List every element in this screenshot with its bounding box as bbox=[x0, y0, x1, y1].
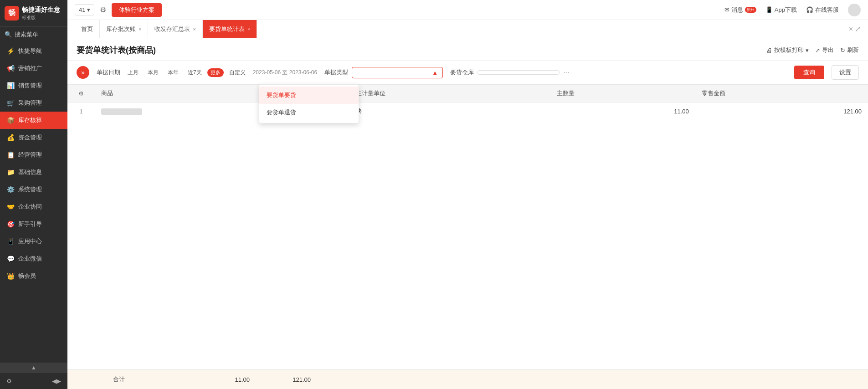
more-filters-icon[interactable]: ··· bbox=[563, 68, 569, 77]
type-select-chevron-icon: ▲ bbox=[432, 69, 438, 76]
settings-button[interactable]: 设置 bbox=[832, 65, 859, 80]
sidebar-item-marketing[interactable]: 📢 营销推广 bbox=[0, 60, 67, 77]
sidebar-item-appstore[interactable]: 📱 应用中心 bbox=[0, 233, 67, 250]
warehouse-filter-group: 要货仓库 ··· bbox=[450, 68, 569, 77]
sidebar-nav: 📢 营销推广 📊 销售管理 🛒 采购管理 📦 库存核算 💰 资金管理 📋 经营管… bbox=[0, 60, 67, 363]
export-btn[interactable]: ↗ 导出 bbox=[815, 46, 834, 54]
tab-expand-icon[interactable]: ⤢ bbox=[855, 25, 861, 33]
sidebar-item-quicknav[interactable]: ⚡ 快捷导航 bbox=[0, 42, 67, 60]
brand-text: 畅捷通好生意 标准版 bbox=[22, 5, 60, 21]
warehouse-filter-select[interactable] bbox=[478, 70, 560, 75]
tab-bar: 首页 库存批次账 × 收发存汇总表 × 要货单统计表 × × ⤢ bbox=[67, 20, 868, 38]
page-actions: 🖨 按模板打印 ▾ ↗ 导出 ↻ 刷新 bbox=[766, 46, 859, 54]
enterprise-icon: 🤝 bbox=[6, 203, 15, 210]
total-row: 合计 11.00 121.00 bbox=[67, 369, 868, 389]
sidebar-item-wechat[interactable]: 💬 企业微信 bbox=[0, 250, 67, 267]
tab-bar-right: × ⤢ bbox=[849, 25, 861, 33]
sidebar-item-finance[interactable]: 💰 资金管理 bbox=[0, 129, 67, 146]
content-area: 要货单统计表(按商品) 🖨 按模板打印 ▾ ↗ 导出 ↻ 刷新 bbox=[67, 38, 868, 369]
refresh-icon: ↻ bbox=[840, 47, 845, 54]
tab-receipts[interactable]: 收发存汇总表 × bbox=[148, 20, 202, 38]
header-right: ✉ 消息 99+ 📱 App下载 🎧 在线客服 bbox=[724, 4, 861, 16]
sidebar-item-operation[interactable]: 📋 经营管理 bbox=[0, 146, 67, 164]
type-filter-label: 单据类型 bbox=[324, 68, 348, 77]
store-selector[interactable]: 41 ▾ bbox=[75, 4, 94, 15]
tab-close-all-icon[interactable]: × bbox=[849, 25, 853, 33]
finance-icon: 💰 bbox=[6, 134, 15, 141]
date-tab-week7[interactable]: 近7天 bbox=[184, 67, 205, 78]
basic-icon: 📁 bbox=[6, 169, 15, 176]
footer-collapse-icon[interactable]: ◀▶ bbox=[52, 378, 61, 384]
refresh-btn[interactable]: ↻ 刷新 bbox=[840, 46, 859, 54]
sidebar-search-menu[interactable]: 🔍 搜索菜单 bbox=[0, 27, 67, 42]
sidebar-item-member[interactable]: 👑 畅会员 bbox=[0, 267, 67, 285]
app-download-action[interactable]: 📱 App下载 bbox=[765, 6, 797, 14]
row-qty: 11.00 bbox=[550, 102, 695, 120]
sidebar-item-guide[interactable]: 🎯 新手引导 bbox=[0, 215, 67, 233]
user-avatar[interactable] bbox=[848, 4, 861, 16]
sidebar-item-enterprise[interactable]: 🤝 企业协同 bbox=[0, 198, 67, 215]
total-amount: 121.00 bbox=[256, 376, 311, 383]
filter-expand-toggle[interactable]: » bbox=[77, 66, 89, 79]
purchase-icon: 🛒 bbox=[6, 99, 15, 107]
page-title-bar: 要货单统计表(按商品) 🖨 按模板打印 ▾ ↗ 导出 ↻ 刷新 bbox=[67, 38, 868, 60]
date-tab-prev[interactable]: 上月 bbox=[124, 67, 142, 78]
table-header-unit: 主计量单位 bbox=[349, 85, 550, 102]
date-tab-more[interactable]: 更多 bbox=[207, 68, 224, 77]
messages-badge: 99+ bbox=[745, 7, 756, 13]
online-service-action[interactable]: 🎧 在线客服 bbox=[806, 6, 839, 14]
print-template-btn[interactable]: 🖨 按模板打印 ▾ bbox=[766, 46, 809, 54]
date-tabs: 上月 本月 本年 近7天 更多 自定义 bbox=[124, 67, 249, 78]
tab-batch[interactable]: 库存批次账 × bbox=[100, 20, 148, 38]
total-label: 合计 bbox=[77, 375, 204, 384]
tab-home[interactable]: 首页 bbox=[75, 20, 100, 38]
sidebar-item-sales[interactable]: 📊 销售管理 bbox=[0, 77, 67, 94]
system-icon: ⚙️ bbox=[6, 186, 15, 193]
trial-button[interactable]: 体验行业方案 bbox=[112, 3, 162, 17]
row-num: 1 bbox=[67, 102, 95, 120]
type-filter-select[interactable]: ▲ bbox=[352, 67, 443, 78]
total-qty: 11.00 bbox=[204, 376, 250, 383]
wechat-icon: 💬 bbox=[6, 255, 15, 262]
dropdown-item-order-return[interactable]: 要货单退货 bbox=[259, 104, 359, 121]
table-container: ⚙ 商品 主计量单位 主数量 零售金额 1 bbox=[67, 84, 868, 120]
tab-close-order-stats[interactable]: × bbox=[247, 26, 250, 32]
filter-bar: » 单据日期 上月 本月 本年 近7天 更多 自定义 2023-05-06 至 … bbox=[67, 60, 868, 84]
header-settings-icon[interactable]: ⚙ bbox=[100, 5, 106, 14]
row-unit: 块 bbox=[349, 102, 550, 120]
sidebar-item-basic[interactable]: 📁 基础信息 bbox=[0, 164, 67, 181]
date-tab-custom[interactable]: 自定义 bbox=[226, 67, 249, 78]
sidebar-item-system[interactable]: ⚙️ 系统管理 bbox=[0, 181, 67, 198]
headset-icon: 🎧 bbox=[806, 6, 813, 13]
messages-action[interactable]: ✉ 消息 99+ bbox=[724, 6, 756, 14]
goods-blurred bbox=[101, 108, 142, 115]
date-range-display: 2023-05-06 至 2023-06-06 bbox=[253, 69, 317, 77]
type-filter-group: 单据类型 ▲ bbox=[324, 67, 443, 78]
type-dropdown: 要货单要货 要货单退货 bbox=[259, 84, 359, 123]
date-tab-curr[interactable]: 本月 bbox=[144, 67, 162, 78]
store-number: 41 bbox=[79, 6, 85, 13]
appstore-icon: 📱 bbox=[6, 238, 15, 245]
sidebar-scroll-up[interactable]: ▲ bbox=[0, 363, 67, 373]
tab-close-batch[interactable]: × bbox=[139, 26, 141, 32]
marketing-icon: 📢 bbox=[6, 65, 15, 72]
tab-close-receipts[interactable]: × bbox=[193, 26, 195, 32]
sidebar-item-purchase[interactable]: 🛒 采购管理 bbox=[0, 94, 67, 112]
dropdown-item-order-goods[interactable]: 要货单要货 bbox=[259, 87, 359, 104]
sidebar-item-inventory[interactable]: 📦 库存核算 bbox=[0, 112, 67, 129]
header-left: 41 ▾ ⚙ 体验行业方案 bbox=[75, 3, 162, 17]
data-table: ⚙ 商品 主计量单位 主数量 零售金额 1 bbox=[67, 84, 868, 120]
operation-icon: 📋 bbox=[6, 151, 15, 159]
table-header-settings[interactable]: ⚙ bbox=[67, 85, 95, 102]
table-header-amount: 零售金额 bbox=[695, 85, 868, 102]
member-icon: 👑 bbox=[6, 272, 15, 280]
table-row: 1 块 11.00 121.00 bbox=[67, 102, 868, 120]
tab-order-stats[interactable]: 要货单统计表 × bbox=[203, 20, 257, 38]
footer-settings-icon[interactable]: ⚙ bbox=[6, 378, 12, 384]
sidebar-logo: 畅 畅捷通好生意 标准版 bbox=[0, 0, 67, 27]
brand-icon: 畅 bbox=[5, 6, 19, 20]
print-icon: 🖨 bbox=[766, 47, 772, 54]
query-button[interactable]: 查询 bbox=[794, 66, 824, 79]
date-tab-year[interactable]: 本年 bbox=[164, 67, 182, 78]
sales-icon: 📊 bbox=[6, 82, 15, 89]
